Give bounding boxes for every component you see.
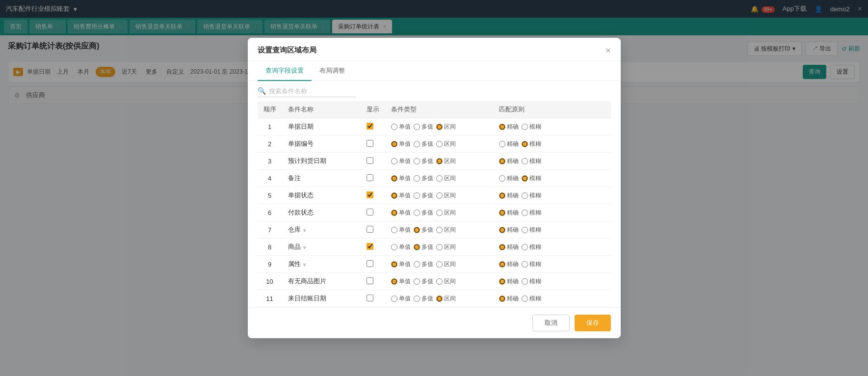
th-type: 条件类型 bbox=[385, 101, 493, 110]
dialog-title: 设置查询区域布局 bbox=[258, 46, 316, 55]
th-name: 条件名称 bbox=[282, 101, 361, 110]
dialog-tab-fields[interactable]: 查询字段设置 bbox=[258, 61, 312, 81]
search-box: 🔍 bbox=[258, 87, 356, 97]
dialog-tab-layout[interactable]: 布局调整 bbox=[312, 61, 353, 81]
search-icon: 🔍 bbox=[258, 87, 266, 95]
search-input[interactable] bbox=[269, 87, 347, 95]
th-match: 匹配原则 bbox=[493, 101, 611, 110]
th-display: 显示 bbox=[361, 101, 385, 110]
settings-dialog: 设置查询区域布局 × 查询字段设置 布局调整 🔍 顺序 bbox=[248, 38, 621, 110]
dialog-tabs: 查询字段设置 布局调整 bbox=[248, 61, 621, 81]
dialog-search-area: 🔍 bbox=[248, 81, 621, 101]
dialog-header: 设置查询区域布局 × bbox=[248, 38, 621, 61]
conditions-table: 顺序 条件名称 显示 条件类型 匹配原则 1单据日期单值多值区间精确模糊2单据编… bbox=[248, 101, 621, 110]
dialog-close-btn[interactable]: × bbox=[605, 46, 611, 55]
th-order: 顺序 bbox=[258, 101, 282, 110]
dialog-overlay: 设置查询区域布局 × 查询字段设置 布局调整 🔍 顺序 bbox=[0, 0, 868, 110]
